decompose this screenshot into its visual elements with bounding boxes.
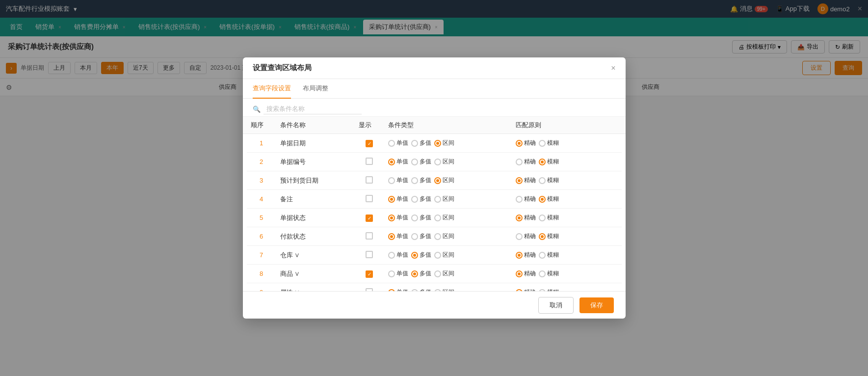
radio-circle-icon <box>411 177 418 184</box>
radio-circle-icon <box>516 196 523 203</box>
radio-type-单值[interactable]: 单值 <box>388 139 408 147</box>
radio-circle-icon <box>411 159 418 165</box>
radio-circle-icon <box>539 252 546 259</box>
radio-type-单值[interactable]: 单值 <box>388 214 408 222</box>
radio-match-精确[interactable]: 精确 <box>516 269 536 278</box>
radio-match-精确[interactable]: 精确 <box>516 176 536 185</box>
table-row: 8商品 ∨✓单值多值区间精确模糊 <box>247 265 622 283</box>
radio-type-区间[interactable]: 区间 <box>434 232 454 241</box>
radio-match-模糊[interactable]: 模糊 <box>539 251 559 259</box>
tab-layout-adjust[interactable]: 布局调整 <box>303 79 328 99</box>
radio-type-单值[interactable]: 单值 <box>388 158 408 166</box>
radio-match-精确[interactable]: 精确 <box>516 214 536 222</box>
row-order: 2 <box>247 155 276 168</box>
radio-type-区间[interactable]: 区间 <box>434 176 454 185</box>
radio-type-区间[interactable]: 区间 <box>434 251 454 259</box>
row-display-checkbox[interactable] <box>355 229 384 244</box>
radio-type-单值[interactable]: 单值 <box>388 232 408 241</box>
radio-circle-icon <box>516 215 523 221</box>
radio-circle-icon <box>411 252 418 259</box>
radio-match-模糊[interactable]: 模糊 <box>539 139 559 147</box>
radio-type-单值[interactable]: 单值 <box>388 176 408 185</box>
checkbox-icon[interactable] <box>366 195 373 202</box>
row-order: 3 <box>247 174 276 187</box>
checkbox-icon[interactable]: ✓ <box>366 270 373 278</box>
radio-match-精确[interactable]: 精确 <box>516 158 536 166</box>
row-display-checkbox[interactable]: ✓ <box>355 267 384 281</box>
row-order: 8 <box>247 267 276 280</box>
radio-match-模糊[interactable]: 模糊 <box>539 232 559 241</box>
save-button[interactable]: 保存 <box>579 297 614 313</box>
dialog-table-header: 顺序 条件名称 显示 条件类型 匹配原则 <box>243 117 626 134</box>
dialog-title: 设置查询区域布局 <box>253 63 312 73</box>
tab-query-fields[interactable]: 查询字段设置 <box>253 79 291 99</box>
radio-circle-icon <box>388 196 395 203</box>
radio-circle-icon <box>434 177 441 184</box>
table-row: 6付款状态单值多值区间精确模糊 <box>247 227 622 246</box>
radio-type-单值[interactable]: 单值 <box>388 195 408 203</box>
radio-type-区间[interactable]: 区间 <box>434 139 454 147</box>
radio-circle-icon <box>411 270 418 277</box>
radio-match-模糊[interactable]: 模糊 <box>539 158 559 166</box>
radio-match-模糊[interactable]: 模糊 <box>539 195 559 203</box>
radio-match-模糊[interactable]: 模糊 <box>539 214 559 222</box>
radio-circle-icon <box>388 252 395 259</box>
radio-type-区间[interactable]: 区间 <box>434 158 454 166</box>
row-condition-name: 商品 ∨ <box>276 267 355 281</box>
radio-match-精确[interactable]: 精确 <box>516 139 536 147</box>
radio-type-单值[interactable]: 单值 <box>388 251 408 259</box>
radio-type-多值[interactable]: 多值 <box>411 158 431 166</box>
radio-type-多值[interactable]: 多值 <box>411 269 431 278</box>
row-condition-name: 预计到货日期 <box>276 173 355 188</box>
radio-match-模糊[interactable]: 模糊 <box>539 269 559 278</box>
radio-match-模糊[interactable]: 模糊 <box>539 176 559 185</box>
radio-type-区间[interactable]: 区间 <box>434 214 454 222</box>
checkbox-icon[interactable] <box>366 232 373 240</box>
row-type-options: 单值多值区间 <box>384 285 512 291</box>
radio-circle-icon <box>411 233 418 240</box>
row-match-options: 精确模糊 <box>512 192 620 206</box>
row-display-checkbox[interactable] <box>355 248 384 263</box>
radio-match-精确[interactable]: 精确 <box>516 232 536 241</box>
radio-type-多值[interactable]: 多值 <box>411 251 431 259</box>
row-order: 9 <box>247 286 276 291</box>
radio-circle-icon <box>539 159 546 165</box>
search-input[interactable] <box>263 104 362 114</box>
radio-type-多值[interactable]: 多值 <box>411 232 431 241</box>
row-condition-name: 单据编号 <box>276 155 355 169</box>
radio-circle-icon <box>539 196 546 203</box>
checkbox-icon[interactable]: ✓ <box>366 215 373 222</box>
radio-match-精确[interactable]: 精确 <box>516 195 536 203</box>
dialog-header: 设置查询区域布局 × <box>243 57 626 79</box>
radio-circle-icon <box>388 289 395 292</box>
row-type-options: 单值多值区间 <box>384 267 512 281</box>
checkbox-icon[interactable] <box>366 176 373 184</box>
row-display-checkbox[interactable] <box>355 173 384 188</box>
radio-type-单值[interactable]: 单值 <box>388 269 408 278</box>
radio-type-区间[interactable]: 区间 <box>434 195 454 203</box>
radio-circle-icon <box>434 270 441 277</box>
checkbox-icon[interactable] <box>366 158 373 165</box>
row-display-checkbox[interactable]: ✓ <box>355 211 384 225</box>
checkbox-icon[interactable] <box>366 251 373 258</box>
row-display-checkbox[interactable] <box>355 285 384 292</box>
radio-type-多值[interactable]: 多值 <box>411 139 431 147</box>
radio-circle-icon <box>434 140 441 147</box>
radio-match-精确[interactable]: 精确 <box>516 251 536 259</box>
radio-type-多值[interactable]: 多值 <box>411 176 431 185</box>
radio-type-多值[interactable]: 多值 <box>411 195 431 203</box>
radio-circle-icon <box>388 233 395 240</box>
row-display-checkbox[interactable]: ✓ <box>355 136 384 150</box>
radio-circle-icon <box>516 233 523 240</box>
radio-type-多值[interactable]: 多值 <box>411 214 431 222</box>
cancel-button[interactable]: 取消 <box>538 297 574 314</box>
dialog-close-button[interactable]: × <box>611 64 615 72</box>
radio-circle-icon <box>539 215 546 221</box>
radio-circle-icon <box>411 215 418 221</box>
radio-type-区间[interactable]: 区间 <box>434 269 454 278</box>
row-display-checkbox[interactable] <box>355 155 384 169</box>
radio-circle-icon <box>434 289 441 292</box>
row-display-checkbox[interactable] <box>355 192 384 207</box>
checkbox-icon[interactable]: ✓ <box>366 140 373 147</box>
row-condition-name: 单据状态 <box>276 211 355 225</box>
